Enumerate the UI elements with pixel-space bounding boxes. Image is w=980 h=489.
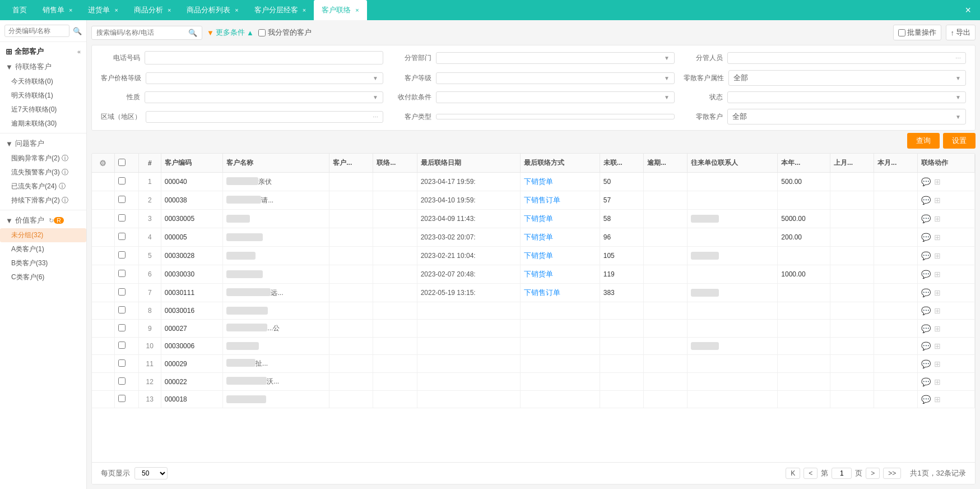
- grid-action-icon-11[interactable]: ⊞: [934, 377, 941, 386]
- grid-action-icon-1[interactable]: ⊞: [934, 196, 941, 205]
- row-checkbox-7[interactable]: [118, 306, 126, 313]
- row-check-3[interactable]: [114, 228, 138, 247]
- contact-method-link-0[interactable]: 下销货单: [524, 177, 553, 186]
- grid-action-icon-2[interactable]: ⊞: [934, 214, 941, 223]
- grid-action-icon-0[interactable]: ⊞: [934, 177, 941, 186]
- group-problem-customers[interactable]: ▼ 问题客户: [0, 136, 86, 151]
- row-checkbox-1[interactable]: [118, 196, 126, 203]
- batch-check[interactable]: [898, 29, 905, 36]
- more-conditions-btn[interactable]: ▼ 更多条件 ▲: [207, 27, 254, 38]
- row-checkbox-11[interactable]: [118, 377, 126, 385]
- row-check-1[interactable]: [114, 191, 138, 210]
- search-input[interactable]: [96, 29, 186, 36]
- contact-method-link-3[interactable]: 下销货单: [524, 233, 553, 241]
- grid-action-icon-9[interactable]: ⊞: [934, 342, 941, 350]
- close-purchase-tab[interactable]: ×: [114, 7, 118, 13]
- close-sales-tab[interactable]: ×: [69, 7, 72, 13]
- sidebar-item-today-pending[interactable]: 今天待联络(0): [0, 75, 86, 89]
- filter-select-manager[interactable]: ⋯: [727, 52, 966, 64]
- row-check-6[interactable]: [114, 284, 138, 302]
- all-customers-section[interactable]: ⊞ 全部客户 «: [0, 42, 86, 59]
- sidebar-item-unclassified[interactable]: 未分组(32): [0, 228, 86, 242]
- chat-icon-12[interactable]: 💬: [921, 395, 931, 404]
- grid-action-icon-12[interactable]: ⊞: [934, 395, 941, 404]
- chat-icon-6[interactable]: 💬: [921, 288, 931, 297]
- export-button[interactable]: ↑ 导出: [946, 25, 976, 40]
- filter-select-customer-level[interactable]: ▼: [436, 72, 675, 84]
- group-pending-contact[interactable]: ▼ 待联络客户: [0, 59, 86, 75]
- nav-customer-contact[interactable]: 客户联络 ×: [314, 0, 366, 20]
- sidebar-item-declining[interactable]: 持续下滑客户(2) ⓘ: [0, 193, 86, 207]
- close-analysis-list-tab[interactable]: ×: [235, 7, 238, 13]
- chat-icon-5[interactable]: 💬: [921, 270, 931, 279]
- nav-home[interactable]: 首页: [4, 0, 35, 20]
- close-contact-tab[interactable]: ×: [355, 7, 359, 13]
- contact-method-link-5[interactable]: 下销货单: [524, 270, 553, 278]
- row-checkbox-3[interactable]: [118, 233, 126, 240]
- sidebar-search-icon[interactable]: 🔍: [73, 27, 82, 35]
- current-page-input[interactable]: [832, 468, 852, 479]
- sidebar-item-class-c[interactable]: C类客户(6): [0, 270, 86, 284]
- row-checkbox-6[interactable]: [118, 288, 126, 296]
- row-checkbox-5[interactable]: [118, 270, 126, 277]
- contact-method-link-2[interactable]: 下销货单: [524, 214, 553, 223]
- table-scroll[interactable]: ⚙ # 客户编码 客户名称 客户... 联络... 最后联络日期 最后联络方式 …: [92, 154, 975, 462]
- sidebar-item-7day-pending[interactable]: 近7天待联络(0): [0, 103, 86, 117]
- close-segment-tab[interactable]: ×: [303, 7, 306, 13]
- sidebar-item-class-b[interactable]: B类客户(33): [0, 256, 86, 270]
- row-check-7[interactable]: [114, 302, 138, 320]
- row-check-5[interactable]: [114, 265, 138, 284]
- my-customers-checkbox[interactable]: 我分管的客户: [258, 27, 312, 38]
- row-check-0[interactable]: [114, 173, 138, 191]
- sidebar-item-abnormal[interactable]: 囤购异常客户(2) ⓘ: [0, 151, 86, 165]
- nav-purchase[interactable]: 进货单 ×: [80, 0, 126, 20]
- search-icon[interactable]: 🔍: [188, 29, 197, 37]
- select-all-checkbox[interactable]: [118, 159, 126, 166]
- filter-select-scatter-attr[interactable]: 全部 ▼: [728, 70, 966, 86]
- sidebar-item-churned[interactable]: 已流失客户(24) ⓘ: [0, 179, 86, 193]
- grid-action-icon-8[interactable]: ⊞: [934, 324, 941, 333]
- chat-icon-4[interactable]: 💬: [921, 251, 931, 260]
- sidebar-search-input[interactable]: [4, 25, 69, 37]
- contact-method-link-6[interactable]: 下销售订单: [524, 288, 560, 297]
- contact-method-link-4[interactable]: 下销货单: [524, 251, 553, 260]
- row-checkbox-2[interactable]: [118, 214, 126, 222]
- next-page-btn[interactable]: >: [866, 468, 880, 479]
- contact-method-link-1[interactable]: 下销售订单: [524, 196, 560, 204]
- sidebar-item-tomorrow-pending[interactable]: 明天待联络(1): [0, 89, 86, 103]
- grid-action-icon-5[interactable]: ⊞: [934, 270, 941, 279]
- sidebar-item-overdue-pending[interactable]: 逾期未联络(30): [0, 117, 86, 131]
- row-check-10[interactable]: [114, 355, 138, 373]
- filter-select-customer-type[interactable]: [436, 114, 675, 119]
- filter-select-payment[interactable]: ▼: [436, 91, 675, 103]
- row-check-8[interactable]: [114, 320, 138, 338]
- batch-op-button[interactable]: 批量操作: [893, 25, 941, 40]
- chat-icon-9[interactable]: 💬: [921, 342, 931, 350]
- row-checkbox-4[interactable]: [118, 251, 126, 259]
- nav-customer-segment[interactable]: 客户分层经客 ×: [247, 0, 314, 20]
- row-checkbox-10[interactable]: [118, 359, 126, 367]
- filter-select-nature[interactable]: ▼: [145, 91, 383, 103]
- row-check-12[interactable]: [114, 391, 138, 408]
- window-close-button[interactable]: ×: [960, 4, 976, 16]
- filter-select-price-level[interactable]: ▼: [146, 72, 383, 84]
- chat-icon-2[interactable]: 💬: [921, 214, 931, 223]
- chat-icon-8[interactable]: 💬: [921, 324, 931, 333]
- last-page-btn[interactable]: >>: [883, 468, 901, 479]
- row-check-4[interactable]: [114, 247, 138, 265]
- grid-action-icon-4[interactable]: ⊞: [934, 251, 941, 260]
- chat-icon-7[interactable]: 💬: [921, 306, 931, 315]
- row-checkbox-8[interactable]: [118, 324, 126, 331]
- nav-sales[interactable]: 销售单 ×: [35, 0, 80, 20]
- row-check-2[interactable]: [114, 210, 138, 228]
- row-check-11[interactable]: [114, 373, 138, 391]
- group-value-customers[interactable]: ▼ 价值客户 ↻ R: [0, 213, 86, 228]
- th-gear[interactable]: ⚙: [92, 154, 114, 173]
- filter-select-dept[interactable]: ▼: [436, 52, 675, 64]
- close-analysis-tab[interactable]: ×: [168, 7, 171, 13]
- filter-select-region[interactable]: ⋯: [146, 111, 383, 123]
- sidebar-item-class-a[interactable]: A类客户(1): [0, 242, 86, 256]
- grid-action-icon-3[interactable]: ⊞: [934, 233, 941, 242]
- chat-icon-10[interactable]: 💬: [921, 359, 931, 368]
- grid-action-icon-10[interactable]: ⊞: [934, 359, 941, 368]
